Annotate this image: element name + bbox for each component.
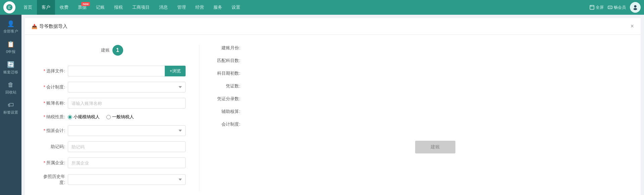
- ref-history-select[interactable]: [68, 174, 186, 185]
- dialog-header: 📥 导爷数据导入 ×: [25, 18, 641, 35]
- recycle-icon: 🗑: [8, 81, 14, 88]
- form-rows: 选择文件: +浏览 会计制度:: [38, 66, 186, 191]
- nav-items: 首页 客户 收费 票据 new 记账 报税 工商项目 消息 管理 经营 服务 设…: [19, 0, 590, 15]
- migrate-icon: 🔄: [7, 61, 14, 68]
- ref-history-row: 参照历史年度:: [38, 174, 186, 186]
- right-accounting-system-label: 会计制度:: [213, 121, 243, 127]
- close-button[interactable]: ×: [630, 23, 634, 30]
- ledger-name-label: 账簿名称:: [38, 100, 68, 106]
- radio-general-tax-input[interactable]: [106, 115, 111, 119]
- sidebar-item-account-migrate[interactable]: 🔄 账套迁移: [1, 58, 20, 77]
- ledger-name-input[interactable]: [68, 98, 186, 109]
- sidebar-item-tag-settings[interactable]: 🏷 标签设置: [1, 99, 20, 118]
- radio-general-tax[interactable]: 一般纳税人: [106, 114, 134, 120]
- owner-company-input[interactable]: [68, 157, 186, 168]
- nav-manage[interactable]: 管理: [172, 0, 191, 15]
- file-input[interactable]: [68, 66, 165, 76]
- subjects-init-row: 科目期初数:: [213, 70, 627, 76]
- owner-company-row: 所属企业:: [38, 157, 186, 168]
- member-btn[interactable]: 畅会员: [608, 5, 626, 10]
- radio-small-tax-input[interactable]: [68, 115, 72, 119]
- nav-fee[interactable]: 收费: [55, 0, 73, 15]
- assign-accountant-row: 指派会计:: [38, 125, 186, 136]
- step-circle: 1: [112, 45, 123, 56]
- nav-customer[interactable]: 客户: [37, 0, 55, 15]
- declare-icon: 📋: [7, 41, 14, 48]
- form-section-right: 建账月份: 匹配科目数: 科目期初数: 凭证数:: [199, 45, 641, 191]
- nav-home[interactable]: 首页: [19, 0, 37, 15]
- sidebar-item-declare[interactable]: 📋 0申报: [1, 38, 20, 57]
- svg-rect-0: [590, 5, 594, 9]
- file-control-wrap: +浏览: [68, 66, 186, 76]
- tax-type-radio-group: 小规模纳税人 一般纳税人: [68, 114, 186, 120]
- right-accounting-system-row: 会计制度:: [213, 121, 627, 127]
- form-section-left: 建账 1 选择文件: +浏览: [25, 45, 199, 191]
- right-form-rows: 建账月份: 匹配科目数: 科目期初数: 凭证数:: [213, 45, 627, 127]
- voucher-entries-row: 凭证分录数:: [213, 96, 627, 102]
- voucher-count-label: 凭证数:: [213, 83, 243, 89]
- nav-message[interactable]: 消息: [154, 0, 172, 15]
- dialog-body: 建账 1 选择文件: +浏览: [25, 35, 641, 195]
- tag-icon: 🏷: [8, 102, 14, 109]
- build-month-label: 建账月份:: [213, 45, 243, 51]
- invoice-badge: new: [81, 2, 90, 6]
- build-month-row: 建账月份:: [213, 45, 627, 51]
- layout: 👤 全部客户 📋 0申报 🔄 账套迁移 🗑 回收站 🏷 标签设置 📥 导爷数据导…: [0, 15, 644, 195]
- sidebar-item-recycle[interactable]: 🗑 回收站: [1, 79, 20, 97]
- svg-point-2: [634, 5, 637, 8]
- ref-history-label: 参照历史年度:: [38, 174, 68, 186]
- match-subjects-label: 匹配科目数:: [213, 58, 243, 64]
- main-content: 📥 导爷数据导入 × 建账 1 选择文件:: [21, 15, 644, 195]
- nav-service[interactable]: 服务: [209, 0, 227, 15]
- tax-type-label: 纳税性质:: [38, 114, 68, 120]
- accounting-system-select[interactable]: [68, 82, 186, 92]
- import-icon: 📥: [32, 24, 37, 29]
- aux-accounting-row: 辅助核算:: [213, 109, 627, 115]
- svg-point-3: [634, 8, 637, 10]
- sidebar-item-all-customers[interactable]: 👤 全部客户: [1, 17, 20, 37]
- dialog-card: 📥 导爷数据导入 × 建账 1 选择文件:: [25, 18, 641, 195]
- dialog-title: 📥 导爷数据导入: [32, 23, 67, 29]
- assign-accountant-select[interactable]: [68, 125, 186, 136]
- nav-business[interactable]: 工商项目: [128, 0, 154, 15]
- accounting-system-row: 会计制度:: [38, 82, 186, 92]
- assign-accountant-label: 指派会计:: [38, 128, 68, 134]
- app-logo: [3, 1, 15, 13]
- browse-button[interactable]: +浏览: [165, 66, 186, 76]
- nav-invoice[interactable]: 票据 new: [73, 0, 91, 15]
- memo-code-row: 助记码:: [38, 141, 186, 152]
- step-indicator: 建账 1: [101, 45, 123, 56]
- nav-operation[interactable]: 经营: [191, 0, 209, 15]
- match-subjects-row: 匹配科目数:: [213, 58, 627, 64]
- fullscreen-btn[interactable]: 全屏: [590, 5, 604, 10]
- aux-accounting-label: 辅助核算:: [213, 109, 243, 115]
- nav-right: 全屏 畅会员: [590, 2, 641, 13]
- all-customers-icon: 👤: [7, 20, 14, 27]
- owner-company-label: 所属企业:: [38, 160, 68, 166]
- radio-general-tax-label: 一般纳税人: [112, 114, 134, 120]
- voucher-count-row: 凭证数:: [213, 83, 627, 89]
- file-row: 选择文件: +浏览: [38, 66, 186, 76]
- sidebar: 👤 全部客户 📋 0申报 🔄 账套迁移 🗑 回收站 🏷 标签设置: [0, 15, 21, 195]
- top-nav: 首页 客户 收费 票据 new 记账 报税 工商项目 消息 管理 经营 服务 设…: [0, 0, 644, 15]
- file-label: 选择文件:: [38, 68, 68, 74]
- build-account-button[interactable]: 建账: [415, 141, 455, 153]
- nav-tax[interactable]: 报税: [109, 0, 128, 15]
- nav-settings[interactable]: 设置: [227, 0, 245, 15]
- nav-ledger[interactable]: 记账: [91, 0, 109, 15]
- tax-type-row: 纳税性质: 小规模纳税人 一般纳税人: [38, 114, 186, 120]
- accounting-system-label: 会计制度:: [38, 84, 68, 90]
- voucher-entries-label: 凭证分录数:: [213, 96, 243, 102]
- avatar[interactable]: [630, 2, 641, 13]
- subjects-init-label: 科目期初数:: [213, 70, 243, 76]
- memo-code-label: 助记码:: [38, 144, 68, 150]
- radio-small-tax[interactable]: 小规模纳税人: [68, 114, 100, 120]
- radio-small-tax-label: 小规模纳税人: [73, 114, 100, 120]
- ledger-name-row: 账簿名称:: [38, 98, 186, 109]
- memo-code-input[interactable]: [68, 141, 186, 152]
